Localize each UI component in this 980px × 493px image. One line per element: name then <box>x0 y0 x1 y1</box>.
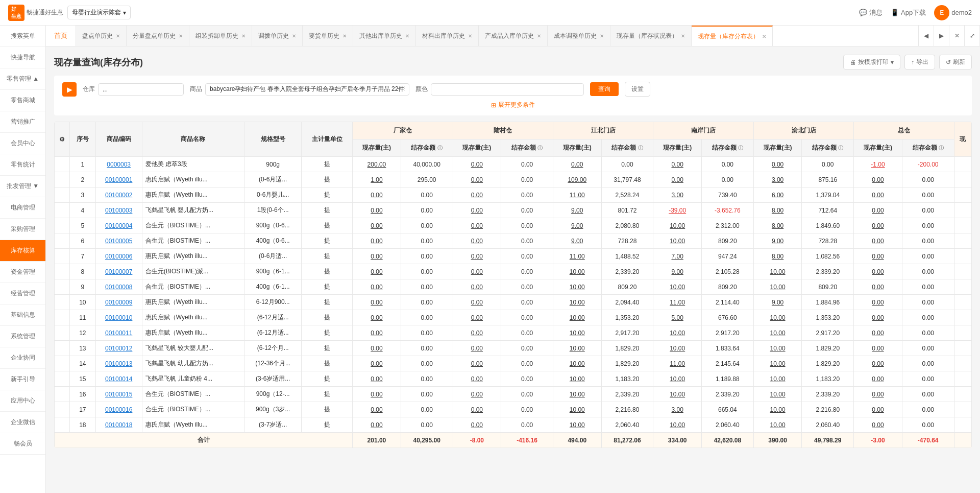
export-button[interactable]: ↑ 导出 <box>904 55 935 69</box>
cell-c6-qty[interactable]: 0.00 <box>854 310 902 325</box>
cell-c3-qty[interactable]: 10.00 <box>553 341 601 356</box>
cell-code[interactable]: 00100013 <box>95 356 142 371</box>
cell-c6-qty[interactable]: 0.00 <box>854 387 902 402</box>
message-action[interactable]: 💬 消息 <box>859 8 883 17</box>
cell-c4-qty[interactable]: 5.00 <box>653 310 702 325</box>
cell-c6-qty[interactable]: 0.00 <box>854 203 902 218</box>
sidebar-item-vip[interactable]: 畅会员 <box>0 433 45 455</box>
query-button[interactable]: 查询 <box>590 82 619 96</box>
cell-c6-qty[interactable]: 0.00 <box>854 417 902 433</box>
cell-c2-qty[interactable]: 0.00 <box>453 341 501 356</box>
cell-c5-qty[interactable]: 9.00 <box>753 233 802 249</box>
cell-c4-qty[interactable]: 0.00 <box>653 172 702 187</box>
cell-code[interactable]: 00100012 <box>95 341 142 356</box>
sidebar-item-retail-stats[interactable]: 零售统计 <box>0 154 45 176</box>
cell-c2-qty[interactable]: 0.00 <box>453 417 501 433</box>
cell-c4-qty[interactable]: 10.00 <box>653 233 702 249</box>
cell-c1-qty[interactable]: 0.00 <box>353 356 401 371</box>
print-button[interactable]: 🖨 按模版打印 ▾ <box>843 55 900 69</box>
cell-c1-qty[interactable]: 200.00 <box>353 157 401 172</box>
cell-c6-qty[interactable]: 0.00 <box>854 356 902 371</box>
tab-stock-status[interactable]: 现存量（库存状况表） ✕ <box>610 26 692 46</box>
cell-c3-qty[interactable]: 0.00 <box>553 157 601 172</box>
tab-cost-adjustment[interactable]: 成本调整单历史 ✕ <box>548 26 610 46</box>
tab-home[interactable]: 首页 <box>46 26 76 46</box>
cell-c1-qty[interactable]: 0.00 <box>353 295 401 310</box>
cell-c5-qty[interactable]: 8.00 <box>753 203 802 218</box>
cell-c1-qty[interactable]: 0.00 <box>353 218 401 233</box>
cell-c6-qty[interactable]: 0.00 <box>854 279 902 295</box>
cell-code[interactable]: 00100015 <box>95 387 142 402</box>
store-selector[interactable]: 母婴行业演示陈套 ▾ <box>67 6 131 19</box>
sidebar-item-quick-nav[interactable]: 快捷导航 <box>0 47 45 68</box>
cell-c2-qty[interactable]: 0.00 <box>453 310 501 325</box>
tab-expand-button[interactable]: ⤢ <box>965 26 980 46</box>
cell-c1-qty[interactable]: 0.00 <box>353 203 401 218</box>
sidebar-item-app-center[interactable]: 应用中心 <box>0 390 45 412</box>
sidebar-item-retail-mall[interactable]: 零售商城 <box>0 90 45 111</box>
sidebar-item-enterprise-collab[interactable]: 企业协同 <box>0 347 45 369</box>
cell-c4-qty[interactable]: 10.00 <box>653 218 702 233</box>
sidebar-item-system[interactable]: 系统管理 <box>0 326 45 347</box>
cell-c6-qty[interactable]: 0.00 <box>854 402 902 417</box>
tab-next-button[interactable]: ▶ <box>934 26 949 46</box>
color-input[interactable] <box>431 83 584 96</box>
sidebar-item-newbie-guide[interactable]: 新手引导 <box>0 369 45 390</box>
cell-c1-qty[interactable]: 0.00 <box>353 249 401 264</box>
settings-button[interactable]: 设置 <box>625 82 650 97</box>
sidebar-item-inventory[interactable]: 库存核算 <box>0 240 45 262</box>
cell-c3-qty[interactable]: 109.00 <box>553 172 601 187</box>
cell-c4-qty[interactable]: 0.00 <box>653 157 702 172</box>
cell-code[interactable]: 00100003 <box>95 203 142 218</box>
cell-c1-qty[interactable]: 0.00 <box>353 417 401 433</box>
cell-c3-qty[interactable]: 10.00 <box>553 325 601 341</box>
cell-c2-qty[interactable]: 0.00 <box>453 172 501 187</box>
cell-c5-qty[interactable]: 3.00 <box>753 172 802 187</box>
cell-c4-qty[interactable]: 9.00 <box>653 264 702 279</box>
tab-assembly[interactable]: 组装拆卸单历史 ✕ <box>189 26 252 46</box>
cell-c2-qty[interactable]: 0.00 <box>453 356 501 371</box>
cell-c2-qty[interactable]: 0.00 <box>453 249 501 264</box>
cell-code[interactable]: 00100011 <box>95 325 142 341</box>
sidebar-item-retail[interactable]: 零售管理 ▲ <box>0 68 45 90</box>
info-icon-5[interactable]: ⓘ <box>838 145 843 151</box>
cell-c4-qty[interactable]: 10.00 <box>653 279 702 295</box>
cell-c1-qty[interactable]: 0.00 <box>353 371 401 387</box>
cell-c5-qty[interactable]: 10.00 <box>753 371 802 387</box>
tab-close-icon[interactable]: ✕ <box>468 33 472 39</box>
cell-c3-qty[interactable]: 10.00 <box>553 402 601 417</box>
tab-stock-distribution[interactable]: 现存量（库存分布表） ✕ <box>692 26 773 46</box>
tab-transfer[interactable]: 调拨单历史 ✕ <box>252 26 303 46</box>
tab-close-icon[interactable]: ✕ <box>537 33 541 39</box>
cell-c4-qty[interactable]: 11.00 <box>653 356 702 371</box>
info-icon-6[interactable]: ⓘ <box>939 145 944 151</box>
cell-c5-qty[interactable]: 10.00 <box>753 417 802 433</box>
cell-c2-qty[interactable]: 0.00 <box>453 387 501 402</box>
cell-c3-qty[interactable]: 10.00 <box>553 264 601 279</box>
cell-c1-qty[interactable]: 0.00 <box>353 187 401 203</box>
cell-c6-qty[interactable]: 0.00 <box>854 371 902 387</box>
user-area[interactable]: E demo2 <box>934 5 972 20</box>
tab-close-icon[interactable]: ✕ <box>179 33 183 39</box>
sidebar-item-finance[interactable]: 资金管理 <box>0 262 45 283</box>
tab-close-icon[interactable]: ✕ <box>241 33 246 39</box>
cell-c6-qty[interactable]: 0.00 <box>854 249 902 264</box>
cell-code[interactable]: 00100008 <box>95 279 142 295</box>
cell-c1-qty[interactable]: 0.00 <box>353 341 401 356</box>
cell-c2-qty[interactable]: 0.00 <box>453 325 501 341</box>
cell-c3-qty[interactable]: 10.00 <box>553 356 601 371</box>
cell-c1-qty[interactable]: 1.00 <box>353 172 401 187</box>
tab-material-outbound[interactable]: 材料出库单历史 ✕ <box>416 26 479 46</box>
cell-code[interactable]: 00100016 <box>95 402 142 417</box>
cell-code[interactable]: 00100001 <box>95 172 142 187</box>
app-download-action[interactable]: 📱 App下载 <box>891 8 926 17</box>
tab-split-stock[interactable]: 分量盘点单历史 ✕ <box>127 26 189 46</box>
cell-c5-qty[interactable]: 10.00 <box>753 402 802 417</box>
cell-c3-qty[interactable]: 10.00 <box>553 295 601 310</box>
cell-c4-qty[interactable]: 3.00 <box>653 187 702 203</box>
cell-c4-qty[interactable]: 10.00 <box>653 417 702 433</box>
cell-c3-qty[interactable]: 10.00 <box>553 371 601 387</box>
cell-c5-qty[interactable]: 10.00 <box>753 356 802 371</box>
sidebar-item-purchase[interactable]: 采购管理 <box>0 219 45 240</box>
cell-code[interactable]: 00100002 <box>95 187 142 203</box>
